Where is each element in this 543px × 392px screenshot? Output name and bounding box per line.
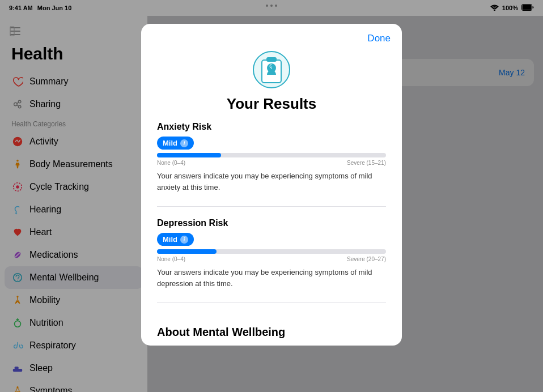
anxiety-label-left: None (0–4) bbox=[157, 160, 185, 166]
anxiety-progress-bar bbox=[157, 153, 386, 157]
depression-label-right: Severe (20–27) bbox=[347, 256, 386, 262]
mental-wellbeing-icon bbox=[252, 50, 291, 90]
depression-info-icon[interactable]: i bbox=[180, 236, 188, 244]
anxiety-progress-fill bbox=[157, 153, 221, 157]
anxiety-description: Your answers indicate you may be experie… bbox=[157, 171, 386, 193]
anxiety-info-icon[interactable]: i bbox=[180, 139, 188, 147]
modal-body: Anxiety Risk Mild i None (0–4) Severe (1… bbox=[141, 122, 402, 326]
depression-badge-label: Mild bbox=[163, 235, 177, 244]
depression-risk-section: Depression Risk Mild i None (0–4) Severe… bbox=[157, 218, 386, 289]
svg-rect-28 bbox=[266, 57, 277, 62]
divider bbox=[157, 206, 386, 207]
modal-overlay: Done Your Result bbox=[0, 0, 543, 392]
depression-progress-labels: None (0–4) Severe (20–27) bbox=[157, 256, 386, 262]
modal-title: Your Results bbox=[141, 92, 402, 122]
anxiety-progress-labels: None (0–4) Severe (15–21) bbox=[157, 160, 386, 166]
modal-icon-area bbox=[141, 44, 402, 92]
depression-progress-bar bbox=[157, 249, 386, 254]
anxiety-badge-row: Mild i bbox=[157, 137, 386, 150]
about-mental-title: About Mental Wellbeing bbox=[141, 326, 402, 346]
depression-badge-row: Mild i bbox=[157, 233, 386, 246]
anxiety-label-right: Severe (15–21) bbox=[347, 160, 386, 166]
anxiety-title: Anxiety Risk bbox=[157, 122, 386, 132]
done-button[interactable]: Done bbox=[367, 33, 391, 44]
divider-2 bbox=[157, 302, 386, 303]
anxiety-risk-section: Anxiety Risk Mild i None (0–4) Severe (1… bbox=[157, 122, 386, 193]
results-modal: Done Your Result bbox=[141, 24, 402, 346]
depression-title: Depression Risk bbox=[157, 218, 386, 228]
depression-description: Your answers indicate you may be experie… bbox=[157, 267, 386, 289]
depression-label-left: None (0–4) bbox=[157, 256, 185, 262]
anxiety-mild-badge: Mild i bbox=[157, 137, 194, 150]
anxiety-badge-label: Mild bbox=[163, 139, 177, 147]
depression-progress-fill bbox=[157, 249, 217, 254]
depression-mild-badge: Mild i bbox=[157, 233, 194, 246]
modal-header: Done bbox=[141, 24, 402, 44]
